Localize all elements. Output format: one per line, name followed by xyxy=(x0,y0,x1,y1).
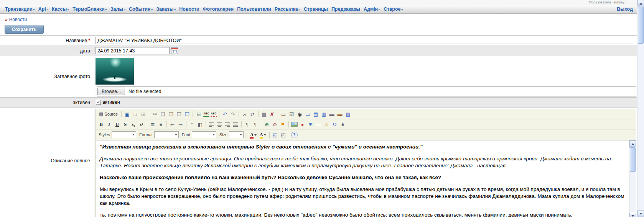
nav-item-6[interactable]: События» xyxy=(129,7,153,12)
button-field-icon[interactable]: ▬ xyxy=(328,111,336,118)
find-icon[interactable]: ∞ xyxy=(241,111,248,118)
checkbox-field-icon[interactable]: ☑ xyxy=(288,111,295,118)
paste-word-icon[interactable]: ❒ xyxy=(183,111,191,118)
nav-item-1[interactable]: Транзакции» xyxy=(5,7,35,12)
align-justify-icon[interactable] xyxy=(232,121,239,128)
save-button[interactable]: Сохранить xyxy=(5,25,44,34)
subscript-icon[interactable]: x₂ xyxy=(130,121,137,128)
editor-scroll-down-button[interactable] xyxy=(629,213,636,217)
anchor-icon[interactable]: ⚑ xyxy=(279,121,287,128)
nav-item-13[interactable]: Предзаказы xyxy=(331,7,360,12)
editor-text[interactable]: "Известная певица рассказала в эксклюзив… xyxy=(96,140,636,217)
form-icon[interactable]: ▭ xyxy=(280,111,287,118)
bidi-rtl-icon[interactable]: ¶ xyxy=(252,121,259,128)
nav-items: Транзакции»Api»Кассы»ТермоБланки»Залы»Со… xyxy=(0,7,617,12)
nav-item-14[interactable]: Адмін» xyxy=(364,7,380,12)
page-scroll-down-button[interactable] xyxy=(637,210,644,217)
maximize-icon[interactable]: ◱ xyxy=(272,131,279,139)
image-button-icon[interactable]: ▬ xyxy=(336,111,344,118)
nav-item-7[interactable]: Заказы» xyxy=(156,7,176,12)
horizontal-rule-icon[interactable]: — xyxy=(315,121,322,128)
hidden-field-icon[interactable]: ▨ xyxy=(344,111,352,118)
select-field-icon[interactable]: ▥ xyxy=(320,111,328,118)
blockquote-icon[interactable]: ” xyxy=(188,121,196,128)
editor-scroll-up-button[interactable] xyxy=(629,140,636,147)
italic-icon[interactable]: I xyxy=(105,121,113,128)
nav-item-8[interactable]: Новости xyxy=(179,7,199,12)
numbered-list-icon[interactable]: ≣ xyxy=(149,121,156,128)
align-left-icon[interactable] xyxy=(208,121,215,128)
bold-icon[interactable]: B xyxy=(97,121,105,128)
new-page-icon[interactable]: □ xyxy=(132,111,139,118)
date-input[interactable] xyxy=(96,47,170,54)
toolbar-separator xyxy=(239,111,239,117)
smiley-icon[interactable]: ☺ xyxy=(323,121,330,128)
active-label: активен xyxy=(0,98,94,107)
text-field-icon[interactable]: ▭ xyxy=(304,111,311,118)
radio-field-icon[interactable]: ◉ xyxy=(296,111,303,118)
div-container-icon[interactable]: ◧ xyxy=(196,121,204,128)
remove-format-icon[interactable]: ✘ xyxy=(268,111,276,118)
bulleted-list-icon[interactable]: ≡ xyxy=(157,121,165,128)
print-icon[interactable]: ⊟ xyxy=(195,111,202,118)
nav-item-4[interactable]: ТермоБланки» xyxy=(72,7,107,12)
preview-icon[interactable]: ⊡ xyxy=(140,111,147,118)
link-icon[interactable]: ⊕ xyxy=(263,121,270,128)
redo-icon[interactable]: ↷ xyxy=(229,111,237,118)
special-char-icon[interactable]: Ω xyxy=(331,121,338,128)
nav-item-12[interactable]: Страницы xyxy=(304,7,328,12)
browse-button[interactable]: Browse... xyxy=(97,88,125,95)
paste-icon[interactable]: ❒ xyxy=(167,111,175,118)
textarea-field-icon[interactable]: ▤ xyxy=(312,111,320,118)
size-combo-box[interactable] xyxy=(229,131,244,138)
image-icon[interactable] xyxy=(291,121,298,128)
source-button[interactable]: ▤Source xyxy=(97,111,120,117)
replace-icon[interactable]: ⇄ xyxy=(249,111,256,118)
cut-icon[interactable]: ✂ xyxy=(151,111,158,118)
underline-icon[interactable]: U xyxy=(114,121,121,128)
superscript-icon[interactable]: x² xyxy=(138,121,145,128)
nav-item-10[interactable]: Пользователи xyxy=(237,7,271,12)
nav-item-2[interactable]: Api» xyxy=(38,7,48,12)
editor-scroll-thumb[interactable] xyxy=(630,147,636,172)
toolbar-separator xyxy=(166,121,167,127)
format-combo-box[interactable] xyxy=(154,131,179,138)
active-checkbox[interactable]: ✓ xyxy=(96,100,101,105)
show-blocks-icon[interactable]: ◰ xyxy=(280,131,287,139)
page-scroll-up-button[interactable] xyxy=(637,0,644,7)
font-combo-box[interactable] xyxy=(192,131,216,138)
nav-item-3[interactable]: Кассы» xyxy=(52,7,69,12)
spell-check-icon[interactable]: ABC xyxy=(203,111,209,117)
outdent-icon[interactable]: ⇤ xyxy=(169,121,176,128)
breadcrumb-link-news[interactable]: Новости xyxy=(9,17,27,22)
save-icon[interactable]: ▣ xyxy=(124,111,131,118)
strikethrough-icon[interactable]: S xyxy=(122,121,129,128)
title-input[interactable] xyxy=(96,37,633,44)
unlink-icon[interactable]: ⊘ xyxy=(271,121,278,128)
undo-icon[interactable]: ↶ xyxy=(221,111,229,118)
bg-color-icon[interactable]: A xyxy=(259,131,267,139)
indent-icon[interactable]: ⇥ xyxy=(177,121,184,128)
logout-link[interactable]: Выход xyxy=(617,7,637,12)
select-all-icon[interactable]: ▩ xyxy=(260,111,268,118)
user-label: Пользователь: sunsey xyxy=(589,0,624,4)
text-color-icon[interactable]: A xyxy=(249,131,258,139)
flash-icon[interactable]: ● xyxy=(299,121,306,128)
editor-content-area[interactable]: "Известная певица рассказала в эксклюзив… xyxy=(96,140,636,217)
nav-item-15[interactable]: Старое» xyxy=(384,7,403,12)
nav-item-5[interactable]: Залы» xyxy=(110,7,125,12)
nav-item-9[interactable]: Фотогалерея xyxy=(203,7,234,12)
spell-as-you-type-icon[interactable]: ABC xyxy=(210,111,217,117)
align-right-icon[interactable] xyxy=(224,121,231,128)
page-break-icon[interactable]: ⇟ xyxy=(339,121,346,128)
table-icon[interactable]: ⊞ xyxy=(307,121,314,128)
nav-item-11[interactable]: Рассылка» xyxy=(275,7,300,12)
bidi-ltr-icon[interactable]: ¶ xyxy=(244,121,251,128)
paste-text-icon[interactable]: ❒ xyxy=(175,111,183,118)
calendar-icon[interactable] xyxy=(171,47,178,54)
about-icon[interactable]: ? xyxy=(291,132,298,138)
styles-combo-box[interactable] xyxy=(112,131,136,138)
page-scroll-thumb[interactable] xyxy=(638,7,644,44)
align-center-icon[interactable] xyxy=(216,121,223,128)
copy-icon[interactable]: ❏ xyxy=(159,111,166,118)
